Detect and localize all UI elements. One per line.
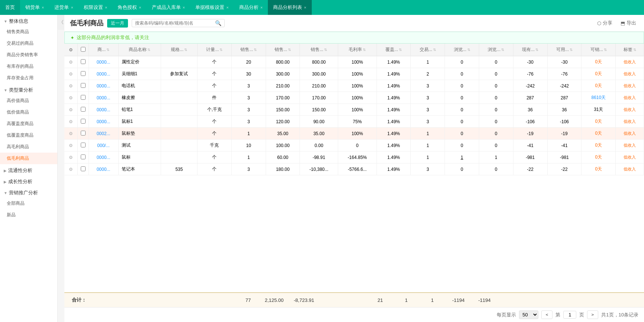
row-checkbox-cell[interactable] [77, 163, 89, 175]
col-code[interactable]: 商...⇅ [89, 44, 118, 56]
sidebar-item-in-stock[interactable]: 有库存的商品 [0, 61, 57, 72]
nav-sales-order[interactable]: 销货单 × [20, 0, 49, 15]
row-settings-icon[interactable]: ⚙ [64, 80, 77, 92]
close-icon[interactable]: × [42, 5, 44, 10]
close-icon[interactable]: × [260, 5, 263, 10]
next-page-button[interactable]: ＞ [587, 310, 598, 319]
col-settings[interactable]: ⚙ [64, 44, 77, 56]
row-settings-icon[interactable]: ⚙ [64, 128, 77, 140]
row-checkbox-cell[interactable] [77, 92, 89, 104]
nav-home[interactable]: 首页 [0, 0, 20, 15]
row-checkbox-cell[interactable] [77, 56, 89, 68]
col-sales-price[interactable]: 销售...⇅ [266, 44, 300, 56]
col-tag[interactable]: 标签⇅ [616, 44, 644, 56]
row-checkbox[interactable] [81, 131, 86, 136]
row-checkbox[interactable] [81, 59, 86, 64]
nav-product-storage[interactable]: 产成品入库单 × [147, 0, 190, 15]
row-checkbox-cell[interactable] [77, 80, 89, 92]
row-checkbox-cell[interactable] [77, 128, 89, 140]
row-checkbox[interactable] [81, 107, 86, 112]
nav-role-auth[interactable]: 角色授权 × [112, 0, 146, 15]
col-transactions[interactable]: 交易...⇅ [411, 44, 445, 56]
nav-purchase-order[interactable]: 进货单 × [49, 0, 78, 15]
nav-template-settings[interactable]: 单据模板设置 × [190, 0, 234, 15]
row-settings-icon[interactable]: ⚙ [64, 92, 77, 104]
row-settings-icon[interactable]: ⚙ [64, 56, 77, 68]
close-icon[interactable]: × [139, 5, 141, 10]
sidebar-item-high-value[interactable]: 高价值商品 [0, 95, 57, 106]
row-checkbox[interactable] [81, 95, 86, 100]
col-sales-profit[interactable]: 销售...⇅ [300, 44, 338, 56]
sidebar-group-marketing[interactable]: ▼ 营销推广分析 [0, 186, 57, 198]
close-icon[interactable]: × [304, 5, 306, 10]
row-views1: 0 [445, 128, 479, 140]
row-sales-qty: 3 [231, 80, 266, 92]
sidebar-item-new-products[interactable]: 新品 [0, 209, 57, 221]
row-settings-icon[interactable]: ⚙ [64, 116, 77, 128]
search-input[interactable] [135, 20, 215, 26]
sidebar-collapse-button[interactable]: 《 [58, 15, 64, 30]
col-checkbox[interactable] [77, 44, 89, 56]
nav-permission-settings[interactable]: 权限设置 × [79, 0, 112, 15]
col-views2[interactable]: 浏览...⇅ [479, 44, 513, 56]
row-checkbox-cell[interactable] [77, 116, 89, 128]
close-icon[interactable]: × [183, 5, 185, 10]
sidebar-item-low-coverage[interactable]: 低覆盖度商品 [0, 130, 57, 141]
col-name[interactable]: 商品名称⇅ [118, 44, 161, 56]
row-checkbox-cell[interactable] [77, 140, 89, 152]
sidebar-item-capital-usage[interactable]: 库存资金占用 [0, 72, 57, 84]
per-page-select[interactable]: 50 100 200 [519, 310, 538, 319]
col-views1[interactable]: 浏览...⇅ [445, 44, 479, 56]
row-settings-icon[interactable]: ⚙ [64, 163, 77, 175]
row-checkbox[interactable] [81, 154, 86, 159]
sidebar-item-all-products[interactable]: 全部商品 [0, 198, 57, 209]
col-saleable[interactable]: 可销...⇅ [581, 44, 616, 56]
sidebar-group-circulation[interactable]: ▶ 流通性分析 [0, 164, 57, 175]
select-all-checkbox[interactable] [81, 47, 86, 52]
page-number-input[interactable] [563, 311, 576, 319]
row-sales-profit: 800.00 [300, 56, 338, 68]
col-current-stock[interactable]: 现有...⇅ [513, 44, 547, 56]
col-sales-qty[interactable]: 销售...⇅ [231, 44, 266, 56]
sidebar-group-type-analysis[interactable]: ▼ 类型量分析 [0, 84, 57, 95]
row-sales-profit: 0.00 [300, 140, 338, 152]
sidebar-item-high-margin[interactable]: 高毛利商品 [0, 141, 57, 153]
row-settings-icon[interactable]: ⚙ [64, 152, 77, 163]
row-checkbox-cell[interactable] [77, 152, 89, 163]
period-button[interactable]: 近一月 [107, 19, 128, 28]
sidebar-item-high-coverage[interactable]: 高覆盖度商品 [0, 118, 57, 130]
share-button[interactable]: ⬡ 分享 [595, 19, 615, 28]
col-unit[interactable]: 计量...⇅ [198, 44, 232, 56]
prev-page-button[interactable]: ＜ [541, 310, 552, 319]
col-available[interactable]: 可用...⇅ [547, 44, 581, 56]
nav-product-analysis[interactable]: 商品分析 × [234, 0, 268, 15]
sidebar-item-traded-products[interactable]: 交易过的商品 [0, 38, 57, 49]
row-settings-icon[interactable]: ⚙ [64, 104, 77, 116]
col-spec[interactable]: 规格...⇅ [161, 44, 197, 56]
row-checkbox[interactable] [81, 83, 86, 88]
col-coverage[interactable]: 覆盖...⇅ [377, 44, 411, 56]
row-settings-icon[interactable]: ⚙ [64, 68, 77, 80]
table-container[interactable]: ⚙ 商...⇅ 商品名称⇅ 规格...⇅ 计量...⇅ 销售...⇅ 销售...… [64, 44, 644, 292]
sidebar-item-category-sales-rate[interactable]: 商品分类销售率 [0, 49, 57, 61]
sidebar-item-low-margin[interactable]: 低毛利商品 [0, 153, 57, 164]
row-checkbox-cell[interactable] [77, 68, 89, 80]
export-button[interactable]: ⬒ 导出 [618, 19, 638, 28]
col-gross-margin[interactable]: 毛利率⇅ [338, 44, 377, 56]
sidebar-item-low-value[interactable]: 低价值商品 [0, 106, 57, 118]
search-icon[interactable]: 🔍 [215, 20, 221, 26]
sidebar-group-overall[interactable]: ▼ 整体信息 [0, 15, 57, 26]
sidebar-item-sales-products[interactable]: 销售类商品 [0, 26, 57, 38]
row-checkbox-cell[interactable] [77, 104, 89, 116]
close-icon[interactable]: × [226, 5, 228, 10]
row-checkbox[interactable] [81, 166, 86, 171]
row-checkbox[interactable] [81, 119, 86, 124]
row-checkbox[interactable] [81, 143, 86, 147]
sidebar-group-growth[interactable]: ▶ 成长性分析 [0, 175, 57, 186]
close-icon[interactable]: × [105, 5, 107, 10]
row-settings-icon[interactable]: ⚙ [64, 140, 77, 152]
row-checkbox[interactable] [81, 71, 86, 76]
nav-product-analysis-list[interactable]: 商品分析列表 × [268, 0, 311, 15]
close-icon[interactable]: × [71, 5, 73, 10]
row-views1[interactable]: 1 [445, 152, 479, 163]
